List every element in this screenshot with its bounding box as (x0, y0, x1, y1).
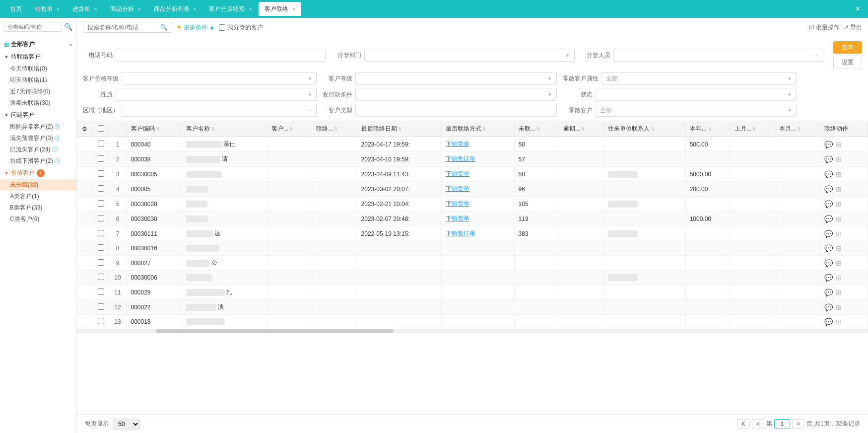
horizontal-scrollbar[interactable] (77, 329, 868, 333)
method-link[interactable]: 下销售订单 (446, 155, 475, 162)
method-link[interactable]: 下销货单 (446, 200, 469, 207)
payment-select[interactable]: ▼ (355, 88, 556, 101)
export-button[interactable]: ↗ 导出 (844, 23, 862, 32)
grid-action-icon[interactable]: ⊞ (836, 200, 842, 208)
td-checkbox[interactable] (93, 241, 109, 256)
th-last-month[interactable]: 上月...⇅ (731, 121, 775, 137)
td-checkbox[interactable] (93, 212, 109, 226)
th-this-month[interactable]: 本月...⇅ (775, 121, 820, 137)
close-icon[interactable]: × (249, 6, 252, 12)
window-close-button[interactable]: × (852, 4, 864, 13)
chat-icon[interactable]: 💬 (824, 200, 833, 208)
close-icon[interactable]: × (138, 6, 141, 12)
tab-sales[interactable]: 销售单 × (29, 2, 66, 16)
reset-button[interactable]: 设置 (833, 56, 862, 69)
close-icon[interactable]: × (57, 6, 60, 12)
chat-icon[interactable]: 💬 (824, 259, 833, 267)
scrollbar-thumb[interactable] (156, 329, 393, 333)
row-checkbox[interactable] (98, 200, 104, 207)
query-button[interactable]: 查询 (833, 41, 862, 54)
retail-customer-select[interactable]: 全部 ▼ (596, 104, 797, 117)
th-contact[interactable]: 联络...⇅ (312, 121, 357, 137)
th-checkbox[interactable] (93, 121, 109, 137)
grid-action-icon[interactable]: ⊞ (836, 170, 842, 178)
row-checkbox[interactable] (98, 185, 104, 192)
chat-icon[interactable]: 💬 (824, 155, 833, 163)
th-this-year[interactable]: 本年...⇅ (685, 121, 730, 137)
price-level-select[interactable]: ▼ (122, 72, 317, 85)
grid-action-icon[interactable]: ⊞ (836, 289, 842, 296)
chat-icon[interactable]: 💬 (824, 170, 833, 178)
page-current-input[interactable] (774, 419, 790, 429)
sidebar-item-declining[interactable]: 持续下滑客户(2) ⓘ (0, 155, 76, 167)
chat-icon[interactable]: 💬 (824, 289, 833, 296)
grid-action-icon[interactable]: ⊞ (836, 141, 842, 148)
row-checkbox[interactable] (98, 318, 104, 324)
sidebar-section-value[interactable]: ▼ 价值客户 ! (0, 167, 76, 179)
sidebar-item-overdue-contact[interactable]: 逾期未联络(30) (0, 97, 76, 109)
grid-action-icon[interactable]: ⊞ (836, 244, 842, 252)
td-checkbox[interactable] (93, 197, 109, 212)
th-customer-name[interactable]: 客户名称⇅ (182, 121, 267, 137)
th-overdue[interactable]: 逾期...⇅ (559, 121, 603, 137)
row-checkbox[interactable] (98, 230, 104, 236)
sidebar-item-tomorrow-pending[interactable]: 明天待联络(1) (0, 74, 76, 86)
sidebar-item-class-c[interactable]: C类客户(6) (0, 214, 76, 225)
row-checkbox[interactable] (98, 303, 104, 310)
tab-product-analysis-list[interactable]: 商品分析列表 × (148, 2, 202, 16)
row-checkbox[interactable] (98, 215, 104, 221)
tab-home[interactable]: 首页 (4, 2, 28, 16)
td-checkbox[interactable] (93, 137, 109, 152)
category-search-icon[interactable]: 🔍 (64, 23, 72, 31)
td-checkbox[interactable] (93, 167, 109, 182)
category-search-input[interactable] (4, 22, 62, 32)
my-customers-checkbox[interactable]: 我分管的客户 (219, 23, 263, 32)
row-checkbox[interactable] (98, 244, 104, 251)
td-checkbox[interactable] (93, 300, 109, 315)
th-customer-type[interactable]: 客户...⇅ (267, 121, 312, 137)
chat-icon[interactable]: 💬 (824, 141, 833, 148)
select-all-checkbox[interactable] (98, 125, 104, 132)
tab-purchase[interactable]: 进货单 × (67, 2, 103, 16)
td-checkbox[interactable] (93, 256, 109, 271)
retail-attr-select[interactable]: 全部 ▼ (601, 72, 797, 85)
td-checkbox[interactable] (93, 285, 109, 300)
grid-action-icon[interactable]: ⊞ (836, 259, 842, 267)
customer-type-input[interactable] (355, 104, 556, 117)
method-link[interactable]: 下销货单 (446, 215, 469, 222)
th-days-no-contact[interactable]: 未联...⇅ (514, 121, 559, 137)
grid-action-icon[interactable]: ⊞ (836, 185, 842, 193)
th-unit-contact[interactable]: 往来单位联系人⇅ (604, 121, 685, 137)
th-last-contact-date[interactable]: 最后联络日期⇅ (357, 121, 441, 137)
phone-input[interactable] (116, 49, 326, 62)
method-link[interactable]: 下销售订单 (446, 230, 475, 237)
chat-icon[interactable]: 💬 (824, 230, 833, 238)
manager-select[interactable]: ··· (613, 49, 823, 62)
chat-icon[interactable]: 💬 (824, 215, 833, 223)
more-conditions-button[interactable]: ▼ 更多条件 ▲ (176, 23, 215, 32)
row-checkbox[interactable] (98, 259, 104, 266)
chat-icon[interactable]: 💬 (824, 274, 833, 282)
grid-action-icon[interactable]: ⊞ (836, 155, 842, 163)
sidebar-item-today-pending[interactable]: 今天待联络(0) (0, 63, 76, 74)
close-icon[interactable]: × (94, 6, 97, 12)
td-checkbox[interactable] (93, 315, 109, 329)
row-checkbox[interactable] (98, 155, 104, 162)
close-icon[interactable]: × (292, 6, 295, 12)
grid-action-icon[interactable]: ⊞ (836, 318, 842, 326)
method-link[interactable]: 下销货单 (446, 185, 469, 192)
collapse-icon[interactable]: « (69, 42, 72, 48)
chat-icon[interactable]: 💬 (824, 185, 833, 193)
sidebar-item-class-b[interactable]: B类客户(33) (0, 202, 76, 214)
page-first-button[interactable]: K (737, 419, 750, 429)
tab-product-analysis[interactable]: 商品分析 × (104, 2, 147, 16)
th-customer-code[interactable]: 客户编码⇅ (127, 121, 182, 137)
sidebar-item-week-pending[interactable]: 近7天待联络(0) (0, 86, 76, 97)
sidebar-item-churn-warning[interactable]: 流失预警客户(3) ⓘ (0, 133, 76, 144)
td-checkbox[interactable] (93, 226, 109, 241)
grid-action-icon[interactable]: ⊞ (836, 303, 842, 311)
grid-action-icon[interactable]: ⊞ (836, 215, 842, 223)
main-search-input[interactable] (87, 24, 158, 31)
row-checkbox[interactable] (98, 141, 104, 147)
sidebar-item-abnormal-purchase[interactable]: 囤购异常客户(2) ⓘ (0, 121, 76, 133)
